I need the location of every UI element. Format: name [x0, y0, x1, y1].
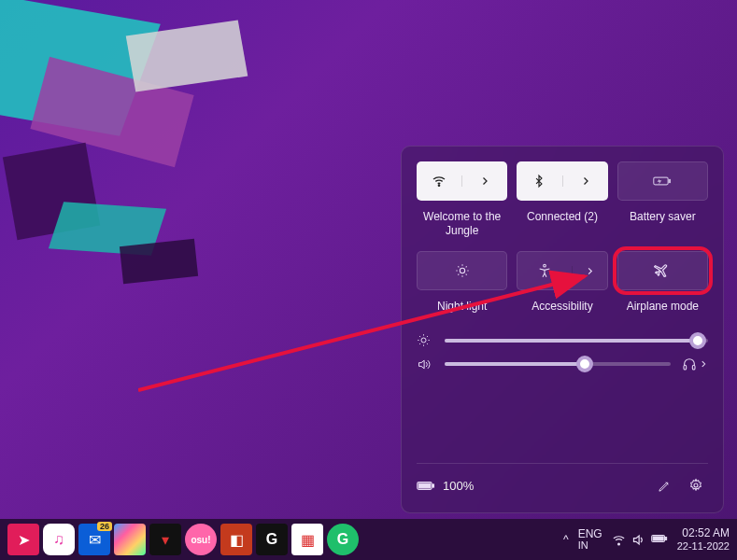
svg-rect-15 [665, 537, 666, 539]
language-top: ENG [578, 528, 602, 540]
clock-time: 02:52 AM [677, 527, 730, 539]
taskbar-app-music[interactable]: ♫ [43, 524, 75, 555]
taskbar-app-grammarly[interactable]: G [327, 524, 359, 555]
tray-status-icons[interactable] [612, 533, 668, 547]
accessibility-icon [517, 263, 572, 278]
svg-point-13 [617, 543, 619, 545]
settings-button[interactable] [684, 473, 708, 497]
edit-quick-settings-button[interactable] [652, 473, 676, 497]
quick-settings-panel: Welcome to the Jungle Connected (2) Batt… [401, 146, 724, 513]
tray-battery-icon [651, 533, 668, 544]
svg-rect-6 [684, 365, 687, 370]
language-bottom: IN [578, 540, 602, 552]
taskbar-app-5[interactable]: ▾ [149, 524, 181, 555]
airplane-mode-label: Airplane mode [617, 294, 708, 324]
taskbar-app-mail[interactable]: ✉26 [78, 524, 110, 555]
svg-point-4 [544, 264, 546, 267]
taskbar-app-osu[interactable]: osu! [185, 524, 217, 555]
quick-settings-tiles: Welcome to the Jungle Connected (2) Batt… [417, 161, 708, 324]
quick-settings-footer: 100% [417, 463, 708, 497]
language-indicator[interactable]: ENG IN [578, 528, 602, 551]
bluetooth-expand-button[interactable] [562, 175, 608, 187]
wifi-icon [417, 174, 461, 189]
brightness-slider[interactable] [445, 339, 708, 343]
bluetooth-icon [517, 174, 561, 189]
svg-point-0 [438, 185, 439, 186]
svg-rect-2 [669, 179, 671, 182]
audio-output-button[interactable] [682, 357, 708, 371]
night-light-label: Night light [417, 294, 507, 324]
mail-badge: 26 [97, 522, 112, 531]
tray-wifi-icon [612, 533, 626, 547]
clock-date: 22-11-2022 [677, 540, 730, 552]
battery-percent: 100% [443, 479, 474, 493]
svg-rect-7 [692, 365, 695, 370]
svg-rect-16 [653, 536, 663, 539]
accessibility-label: Accessibility [517, 294, 607, 324]
night-light-icon [455, 263, 470, 278]
svg-rect-10 [418, 483, 430, 488]
svg-rect-9 [432, 483, 434, 486]
wifi-tile[interactable] [417, 161, 507, 201]
volume-icon [417, 357, 433, 371]
airplane-mode-tile[interactable] [617, 251, 708, 290]
tray-volume-icon [631, 533, 645, 547]
taskbar-clock[interactable]: 02:52 AM 22-11-2022 [677, 527, 730, 551]
taskbar-app-logitech[interactable]: G [256, 524, 288, 555]
bluetooth-tile[interactable] [517, 161, 607, 201]
taskbar-app-store[interactable] [114, 524, 146, 555]
volume-slider[interactable] [445, 362, 671, 366]
battery-status-icon[interactable] [417, 480, 435, 492]
accessibility-tile[interactable] [517, 251, 607, 290]
brightness-row [417, 333, 708, 347]
wifi-label: Welcome to the Jungle [417, 204, 507, 247]
brightness-icon [417, 333, 433, 347]
accessibility-expand-button[interactable] [572, 266, 606, 276]
bluetooth-label: Connected (2) [517, 204, 607, 247]
night-light-tile[interactable] [417, 251, 507, 290]
volume-row [417, 357, 708, 371]
chevron-right-icon [699, 359, 708, 369]
taskbar-app-9[interactable]: ▦ [291, 524, 323, 555]
battery-saver-label: Battery saver [617, 204, 708, 247]
battery-saver-tile[interactable] [617, 161, 708, 201]
desktop-wallpaper-art [0, 0, 280, 289]
svg-point-11 [694, 483, 698, 487]
taskbar-app-office[interactable]: ◧ [220, 524, 252, 555]
wifi-expand-button[interactable] [461, 175, 507, 187]
battery-saver-icon [653, 175, 672, 188]
svg-point-3 [460, 268, 464, 273]
taskbar: ➤ ♫ ✉26 ▾ osu! ◧ G ▦ G ^ ENG IN 02:52 AM… [0, 519, 737, 560]
taskbar-app-1[interactable]: ➤ [7, 524, 39, 555]
headphones-icon [682, 357, 697, 371]
system-tray: ^ ENG IN 02:52 AM 22-11-2022 [563, 527, 730, 551]
svg-point-5 [421, 338, 426, 343]
tray-overflow-button[interactable]: ^ [563, 533, 569, 546]
airplane-icon [654, 262, 671, 279]
